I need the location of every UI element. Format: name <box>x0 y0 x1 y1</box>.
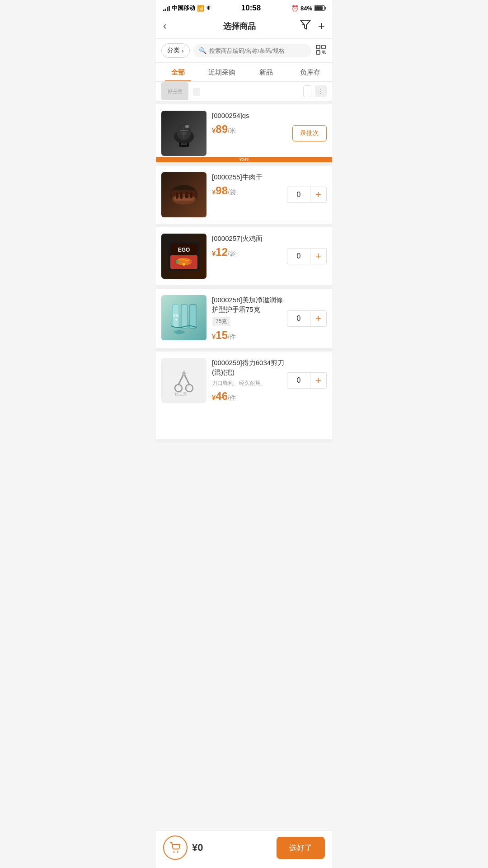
product-name-0000259: [0000259]得力6034剪刀(混)(把) <box>212 358 287 377</box>
product-thumb-0000254: ¥249 <box>161 111 206 156</box>
qty-control-0000257: 0 + <box>287 248 327 264</box>
tab-new[interactable]: 新品 <box>244 63 288 81</box>
svg-point-13 <box>185 125 189 128</box>
battery-pct: 84% <box>300 5 312 12</box>
tab-recent[interactable]: 近期采购 <box>200 63 244 81</box>
svg-rect-22 <box>180 192 183 199</box>
product-info-0000259: [0000259]得力6034剪刀(混)(把) 刀口锋利、经久耐用、 ¥46/件 <box>212 358 287 403</box>
product-price-0000257: ¥12/袋 <box>212 246 287 258</box>
product-thumb-0000257: EGO <box>161 234 206 279</box>
svg-rect-23 <box>185 192 188 198</box>
tab-negative[interactable]: 负库存 <box>288 63 333 81</box>
filter-button[interactable] <box>300 19 311 33</box>
svg-line-45 <box>184 374 189 385</box>
status-bar: 中国移动 📶 ✳ 10:58 ⏰ 84% <box>156 0 332 14</box>
product-name-0000255: [0000255]牛肉干 <box>212 172 287 182</box>
qty-display-0000259: 0 <box>287 372 310 389</box>
qty-plus-0000255[interactable]: + <box>310 187 327 203</box>
product-action-0000259: 0 + <box>287 372 327 389</box>
product-price-0000259: ¥46/件 <box>212 390 287 403</box>
signal-icon <box>163 5 170 11</box>
alarm-icon: ⏰ <box>291 5 299 12</box>
product-desc-0000259: 刀口锋利、经久耐用、 <box>212 380 287 387</box>
partial-item-info <box>193 87 303 95</box>
product-thumb-0000259: 6 好主意 <box>161 358 206 403</box>
confirm-button[interactable]: 选好了 <box>277 837 325 859</box>
product-spec-0000258: 75克 <box>212 317 230 326</box>
svg-point-31 <box>189 260 192 263</box>
back-button[interactable]: ‹ <box>163 20 179 32</box>
product-action-0000258: 0 + <box>287 310 327 327</box>
category-button[interactable]: 分类 › <box>161 43 190 58</box>
status-right: ⏰ 84% <box>291 5 325 12</box>
svg-point-30 <box>176 260 178 263</box>
partial-brand-label: 好主意 <box>168 88 183 95</box>
status-time: 10:58 <box>241 4 261 13</box>
search-input-wrap: 🔍 <box>193 44 311 57</box>
product-price-0000254: ¥89/米 <box>212 123 292 136</box>
svg-rect-3 <box>316 51 320 54</box>
svg-rect-2 <box>322 45 325 49</box>
svg-point-39 <box>174 330 185 334</box>
product-action-0000257: 0 + <box>287 248 327 264</box>
svg-rect-14 <box>181 145 187 147</box>
status-left: 中国移动 📶 ✳ <box>163 4 211 12</box>
product-price-0000258: ¥15/件 <box>212 329 287 342</box>
product-action-0000254: 录批次 <box>292 125 327 141</box>
carrier-name: 中国移动 <box>172 4 195 12</box>
svg-rect-15 <box>179 142 181 147</box>
svg-point-42 <box>175 385 182 392</box>
partial-tag <box>193 88 200 96</box>
qty-plus-0000257[interactable]: + <box>310 248 327 264</box>
product-name-0000254: [0000254]qs <box>212 111 292 120</box>
product-price-0000255: ¥98/袋 <box>212 184 287 197</box>
qty-control-0000255: 0 + <box>287 187 327 203</box>
tabs-row: 全部 近期采购 新品 负库存 <box>156 63 332 82</box>
search-input[interactable] <box>209 47 306 54</box>
qty-display-0000255: 0 <box>287 187 310 203</box>
product-action-0000255: 0 + <box>287 187 327 203</box>
cart-total: ¥0 <box>192 842 203 854</box>
tab-all[interactable]: 全部 <box>156 63 200 81</box>
partial-more-icon: ⋮ <box>315 85 327 97</box>
add-button[interactable]: + <box>318 19 325 33</box>
sync-icon: ✳ <box>206 5 211 11</box>
product-name-0000257: [0000257]火鸡面 <box>212 234 287 243</box>
svg-rect-24 <box>190 192 192 198</box>
partial-product-item: 好主意 ⋮ <box>156 82 332 104</box>
svg-rect-16 <box>187 142 189 147</box>
svg-rect-21 <box>176 192 178 199</box>
product-list: ¥249 [0000254]qs ¥89/米 录批次 <box>156 104 332 443</box>
svg-rect-36 <box>182 305 187 328</box>
product-name-0000258: [0000258]美加净滋润修护型护手霜75克 <box>212 295 287 314</box>
qty-control-0000259: 0 + <box>287 372 327 389</box>
scan-button[interactable] <box>315 44 327 58</box>
category-arrow: › <box>182 47 184 54</box>
qty-plus-0000258[interactable]: + <box>310 310 327 327</box>
svg-rect-12 <box>180 130 188 131</box>
product-item-0000257: EGO [0000257]火鸡面 ¥12/袋 0 + <box>156 227 332 289</box>
qty-plus-0000259[interactable]: + <box>310 372 327 389</box>
product-thumb-0000255 <box>161 172 206 217</box>
svg-rect-38 <box>190 305 196 328</box>
battery-icon <box>314 5 325 11</box>
product-info-0000258: [0000258]美加净滋润修护型护手霜75克 75克 ¥15/件 <box>212 295 287 342</box>
svg-text:6: 6 <box>183 370 185 374</box>
product-item-0000259: 6 好主意 [0000259]得力6034剪刀(混)(把) 刀口锋利、经久耐用、… <box>156 352 332 443</box>
svg-point-43 <box>186 385 193 392</box>
svg-text:好主意: 好主意 <box>175 392 187 396</box>
qty-control-0000258: 0 + <box>287 310 327 327</box>
nav-bar: ‹ 选择商品 + <box>156 14 332 39</box>
cart-button[interactable] <box>163 835 188 860</box>
svg-text:美加: 美加 <box>173 314 179 317</box>
wifi-icon: 📶 <box>197 5 204 12</box>
page-title: 选择商品 <box>223 21 256 32</box>
svg-text:EGO: EGO <box>178 247 190 253</box>
product-item-0000255: [0000255]牛肉干 ¥98/袋 0 + <box>156 166 332 227</box>
svg-text:净: 净 <box>174 318 178 321</box>
svg-point-50 <box>177 851 178 853</box>
category-label: 分类 <box>167 47 180 55</box>
batch-button-0000254[interactable]: 录批次 <box>292 125 327 141</box>
search-row: 分类 › 🔍 <box>156 39 332 63</box>
svg-point-49 <box>174 851 175 853</box>
